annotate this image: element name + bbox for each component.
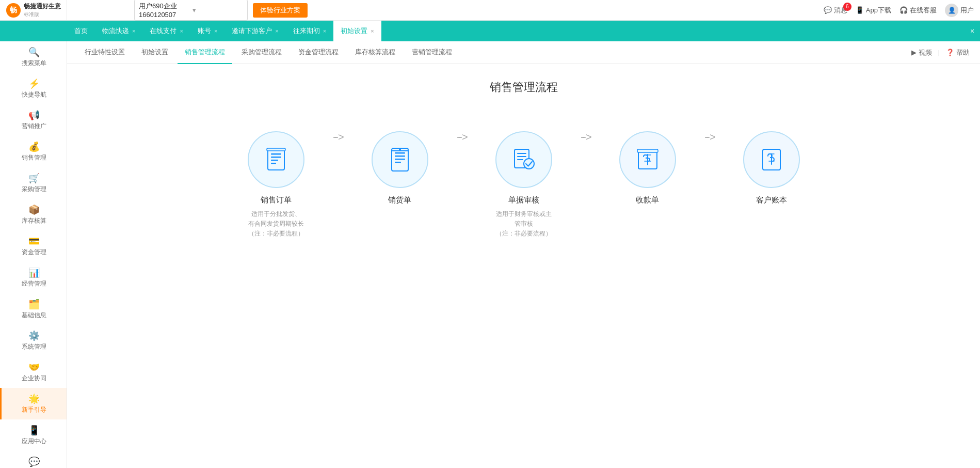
sidebar-item-appcenter[interactable]: 📱 应用中心 bbox=[0, 419, 67, 451]
sub-tab-finance-flow[interactable]: 资金管理流程 bbox=[291, 41, 346, 64]
sub-tabs-left: 行业特性设置 初始设置 销售管理流程 采购管理流程 资金管理流程 库存核算流程 bbox=[77, 41, 461, 64]
user-icon: 👤 bbox=[948, 7, 956, 14]
flow-circle-sales-order bbox=[248, 131, 304, 188]
wechat-icon: 💬 bbox=[28, 456, 40, 467]
close-icon[interactable]: × bbox=[180, 28, 183, 34]
marketing-icon: 📢 bbox=[28, 110, 40, 121]
sidebar-item-wechat[interactable]: 💬 企业微信 bbox=[0, 451, 67, 468]
nav-tab-logistics[interactable]: 物流快递 × bbox=[95, 21, 142, 41]
flow-step-sales-order: 销售订单 适用于分批发货、有合同发货周期较长（注：非必要流程） bbox=[230, 131, 323, 239]
download-icon: 📱 bbox=[856, 6, 864, 14]
inventory-icon: 📦 bbox=[28, 204, 40, 215]
sidebar-item-search[interactable]: 🔍 搜索菜单 bbox=[0, 41, 67, 73]
svg-rect-10 bbox=[395, 162, 401, 163]
divider: | bbox=[938, 49, 940, 56]
step-label-receipt: 收款单 bbox=[636, 195, 659, 205]
nav-tab-init[interactable]: 初始设置 × bbox=[333, 21, 381, 41]
appcenter-icon: 📱 bbox=[28, 425, 40, 436]
sub-tabs-right: ▶ 视频 | ❓ 帮助 bbox=[911, 48, 970, 57]
svg-rect-3 bbox=[271, 160, 278, 161]
svg-rect-1 bbox=[271, 153, 281, 155]
step-label-account: 客户账本 bbox=[756, 195, 787, 205]
sub-tab-init[interactable]: 初始设置 bbox=[134, 41, 175, 64]
content-area: 行业特性设置 初始设置 销售管理流程 采购管理流程 资金管理流程 库存核算流程 bbox=[67, 41, 980, 468]
finance-icon: 💳 bbox=[28, 236, 40, 247]
svg-rect-2 bbox=[271, 157, 281, 158]
trial-button[interactable]: 体验行业方案 bbox=[253, 3, 308, 18]
video-button[interactable]: ▶ 视频 bbox=[911, 48, 932, 57]
close-icon[interactable]: × bbox=[323, 28, 326, 34]
page-title: 销售管理流程 bbox=[88, 80, 959, 95]
message-icon: 💬 bbox=[824, 6, 832, 14]
main-layout: 🔍 搜索菜单 ⚡ 快捷导航 📢 营销推广 💰 销售管理 🛒 采购管理 📦 库存核… bbox=[0, 41, 980, 468]
flow-arrow-3: -- > bbox=[570, 131, 601, 174]
user-menu-button[interactable]: 👤 用户 bbox=[945, 4, 974, 17]
chevron-down-icon: ▾ bbox=[192, 6, 243, 14]
sidebar: 🔍 搜索菜单 ⚡ 快捷导航 📢 营销推广 💰 销售管理 🛒 采购管理 📦 库存核… bbox=[0, 41, 67, 468]
nav-tab-invite[interactable]: 邀请下游客户 × bbox=[224, 21, 285, 41]
svg-rect-15 bbox=[517, 159, 523, 160]
nav-tab-payment[interactable]: 在线支付 × bbox=[142, 21, 190, 41]
sub-tab-inventory-flow[interactable]: 库存核算流程 bbox=[348, 41, 403, 64]
sidebar-item-collab[interactable]: 🤝 企业协同 bbox=[0, 356, 67, 388]
headset-icon: 🎧 bbox=[899, 6, 908, 14]
basic-icon: 🗂️ bbox=[28, 299, 40, 310]
purchase-icon: 🛒 bbox=[28, 173, 40, 184]
step-desc-sales-order: 适用于分批发货、有合同发货周期较长（注：非必要流程） bbox=[248, 209, 304, 239]
close-icon[interactable]: × bbox=[275, 28, 278, 34]
svg-point-11 bbox=[399, 149, 401, 151]
operations-icon: 📊 bbox=[28, 267, 40, 278]
flow-diagram: 销售订单 适用于分批发货、有合同发货周期较长（注：非必要流程） -- > bbox=[88, 121, 959, 249]
receipt-icon bbox=[634, 146, 661, 173]
audit-icon bbox=[510, 146, 537, 173]
nav-tab-account[interactable]: 账号 × bbox=[190, 21, 224, 41]
quick-icon: ⚡ bbox=[28, 78, 40, 89]
app-download-button[interactable]: 📱 App下载 bbox=[856, 6, 891, 15]
online-service-button[interactable]: 🎧 在线客服 bbox=[899, 6, 937, 15]
sidebar-item-basic[interactable]: 🗂️ 基础信息 bbox=[0, 293, 67, 325]
sidebar-item-marketing[interactable]: 📢 营销推广 bbox=[0, 104, 67, 136]
sidebar-item-system[interactable]: ⚙️ 系统管理 bbox=[0, 325, 67, 356]
sidebar-item-inventory[interactable]: 📦 库存核算 bbox=[0, 199, 67, 230]
play-icon: ▶ bbox=[911, 49, 917, 56]
sidebar-item-purchase[interactable]: 🛒 采购管理 bbox=[0, 167, 67, 199]
sub-tab-purchase-flow[interactable]: 采购管理流程 bbox=[234, 41, 289, 64]
flow-circle-account bbox=[743, 131, 800, 188]
step-desc-audit: 适用于财务审核或主管审核（注：非必要流程） bbox=[496, 209, 552, 239]
step-label-audit: 单据审核 bbox=[508, 195, 539, 205]
flow-step-invoice: 销货单 bbox=[354, 131, 446, 209]
flow-step-audit: 单据审核 适用于财务审核或主管审核（注：非必要流程） bbox=[477, 131, 570, 239]
logo-icon: 畅 bbox=[6, 3, 21, 18]
step-label-invoice: 销货单 bbox=[388, 195, 411, 205]
help-button[interactable]: ❓ 帮助 bbox=[946, 48, 970, 57]
close-icon[interactable]: × bbox=[371, 28, 374, 34]
system-icon: ⚙️ bbox=[28, 330, 40, 341]
avatar: 👤 bbox=[945, 4, 958, 17]
sidebar-item-operations[interactable]: 📊 经营管理 bbox=[0, 262, 67, 293]
sub-tab-sales-flow[interactable]: 销售管理流程 bbox=[178, 41, 232, 64]
message-button[interactable]: 💬 消息 6 bbox=[824, 6, 847, 15]
close-icon[interactable]: × bbox=[132, 28, 135, 34]
logo-area: 畅 畅捷通好生意 标准版 bbox=[0, 0, 67, 21]
sub-tab-industry[interactable]: 行业特性设置 bbox=[77, 41, 132, 64]
sidebar-item-newguide[interactable]: 🌟 新手引导 bbox=[0, 388, 67, 419]
close-all-button[interactable]: × bbox=[965, 21, 980, 41]
invoice-icon bbox=[387, 146, 413, 173]
flow-arrow-2: -- > bbox=[446, 131, 477, 174]
user-selector[interactable]: 用户690企业1660120507 ▾ bbox=[134, 0, 248, 21]
nav-tab-home[interactable]: 首页 bbox=[67, 21, 95, 41]
svg-rect-5 bbox=[267, 148, 285, 151]
sales-icon: 💰 bbox=[28, 141, 40, 152]
nav-tabs-bar: 首页 物流快递 × 在线支付 × 账号 × 邀请下游客户 × 往来期初 × 初始… bbox=[0, 21, 980, 41]
nav-tab-opening[interactable]: 往来期初 × bbox=[286, 21, 333, 41]
svg-rect-9 bbox=[395, 159, 405, 160]
flow-circle-audit bbox=[495, 131, 552, 188]
sidebar-item-sales[interactable]: 💰 销售管理 bbox=[0, 136, 67, 167]
newguide-icon: 🌟 bbox=[28, 393, 40, 404]
sidebar-item-finance[interactable]: 💳 资金管理 bbox=[0, 230, 67, 262]
close-icon[interactable]: × bbox=[214, 28, 217, 34]
sub-tab-marketing-flow[interactable]: 营销管理流程 bbox=[405, 41, 459, 64]
account-icon bbox=[758, 146, 785, 173]
flow-step-account: 客户账本 bbox=[725, 131, 818, 209]
sidebar-item-quick[interactable]: ⚡ 快捷导航 bbox=[0, 73, 67, 104]
